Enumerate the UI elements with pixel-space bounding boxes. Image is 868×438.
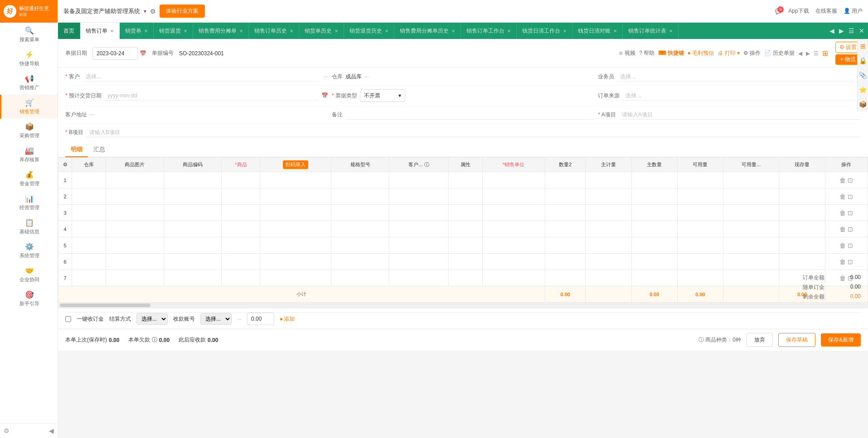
- col-settings[interactable]: ⚙: [58, 158, 72, 172]
- row-unit[interactable]: [482, 205, 545, 221]
- nav-prev-icon[interactable]: ◀: [798, 50, 802, 57]
- row-warehouse[interactable]: [72, 205, 106, 221]
- invoice-select[interactable]: 不开票 ▾: [360, 89, 405, 102]
- add-payment-link[interactable]: ● 添加: [280, 315, 295, 323]
- row-qty2[interactable]: [545, 188, 586, 205]
- tab-close-icon[interactable]: ✕: [669, 29, 673, 34]
- row-available2[interactable]: [723, 172, 779, 188]
- sidebar-item-system[interactable]: ⚙️ 系统管理: [0, 239, 58, 263]
- row-main-unit[interactable]: [586, 188, 631, 205]
- sidebar-item-finance[interactable]: 💰 资金管理: [0, 167, 58, 191]
- row-warehouse[interactable]: [72, 188, 106, 205]
- row-image[interactable]: [106, 172, 164, 188]
- row-customer-code[interactable]: [389, 205, 449, 221]
- tab-sales-order[interactable]: 销售订单 ✕: [80, 23, 120, 39]
- settings-bottom-icon[interactable]: ⚙: [4, 427, 10, 434]
- row-code[interactable]: [164, 188, 222, 205]
- online-service[interactable]: 在线客服: [815, 7, 837, 15]
- tab-stats[interactable]: 销售订单统计表 ✕: [623, 23, 679, 39]
- row-available2[interactable]: [723, 205, 779, 221]
- tab-order-history[interactable]: 销售订单历史 ✕: [249, 23, 299, 39]
- row-delete-btn[interactable]: 🗑: [839, 209, 846, 217]
- sidebar-item-quicknav[interactable]: ⚡ 快捷导航: [0, 47, 58, 71]
- row-product[interactable]: [222, 188, 260, 205]
- shortcut-btn[interactable]: ⌨ 快捷键: [658, 49, 684, 57]
- section-tab-detail[interactable]: 明细: [65, 143, 88, 157]
- row-copy-btn[interactable]: ⊡: [848, 258, 853, 265]
- customer-input[interactable]: [82, 72, 321, 82]
- payment-method-select[interactable]: 选择...: [136, 313, 168, 325]
- date-input[interactable]: [92, 47, 138, 60]
- tab-order-workbench[interactable]: 销售订单工作台 ✕: [461, 23, 517, 39]
- tab-close-icon[interactable]: ✕: [290, 29, 293, 34]
- row-spec[interactable]: [331, 205, 389, 221]
- sidebar-item-purchase[interactable]: 📦 采购管理: [0, 119, 58, 143]
- sidebar-item-basic[interactable]: 📋 基础信息: [0, 215, 58, 239]
- row-attribute[interactable]: [448, 172, 482, 188]
- view-btn[interactable]: ⊙ 视频: [619, 49, 635, 57]
- row-warehouse[interactable]: [72, 172, 106, 188]
- row-product[interactable]: [222, 172, 260, 188]
- row-delete-btn[interactable]: 🗑: [839, 258, 846, 265]
- help-btn[interactable]: ? 帮助: [639, 49, 655, 57]
- row-available[interactable]: [677, 188, 723, 205]
- right-panel-icon-4[interactable]: ⭐: [857, 84, 868, 95]
- topbar-settings-icon[interactable]: ⚙: [150, 8, 156, 15]
- row-current[interactable]: [779, 188, 825, 205]
- a-project-input[interactable]: [619, 110, 861, 120]
- tab-close-icon[interactable]: ✕: [563, 29, 567, 34]
- tab-expense[interactable]: 销售费用分摊单 ✕: [193, 23, 249, 39]
- row-delete-btn[interactable]: 🗑: [839, 226, 846, 233]
- calendar-icon[interactable]: 📅: [140, 50, 146, 57]
- row-delete-btn[interactable]: 🗑: [839, 242, 846, 249]
- row-image[interactable]: [106, 188, 164, 205]
- tab-daily-workbench[interactable]: 钱货日清工作台 ✕: [517, 23, 572, 39]
- tab-close-icon[interactable]: ✕: [335, 29, 338, 34]
- system-dropdown-icon[interactable]: ▾: [144, 8, 146, 14]
- tab-close-icon[interactable]: ✕: [184, 29, 187, 34]
- tab-prev-btn[interactable]: ◀: [828, 27, 836, 34]
- row-current[interactable]: [779, 172, 825, 188]
- print-btn[interactable]: 🖨 打印 ▾: [718, 49, 740, 57]
- row-main-unit[interactable]: [586, 172, 631, 188]
- scan-btn[interactable]: 扫码录入: [283, 160, 308, 169]
- one-click-checkbox[interactable]: [65, 316, 71, 322]
- customer-expand-icon[interactable]: ···: [324, 73, 328, 80]
- row-delete-btn[interactable]: 🗑: [839, 177, 846, 184]
- account-select[interactable]: 选择...: [200, 313, 232, 325]
- solution-button[interactable]: 体验行业方案: [160, 5, 205, 18]
- tab-close-icon[interactable]: ✕: [613, 29, 617, 34]
- row-attribute[interactable]: [448, 188, 482, 205]
- account-expand-icon[interactable]: ···: [237, 316, 242, 322]
- row-spec[interactable]: [331, 188, 389, 205]
- tab-close-icon[interactable]: ✕: [239, 29, 243, 34]
- row-warehouse[interactable]: [72, 221, 106, 237]
- row-qty2[interactable]: [545, 172, 586, 188]
- save-new-button[interactable]: 保存&新增: [821, 333, 861, 347]
- right-panel-icon-1[interactable]: ⊞: [858, 41, 868, 52]
- app-download[interactable]: App下载: [788, 7, 809, 15]
- row-qty2[interactable]: [545, 205, 586, 221]
- row-product[interactable]: [222, 205, 260, 221]
- row-main-unit[interactable]: [586, 205, 631, 221]
- row-copy-btn[interactable]: ⊡: [848, 193, 853, 200]
- history-btn[interactable]: 📄 历史单据: [764, 49, 794, 57]
- tab-close-icon[interactable]: ✕: [144, 29, 148, 34]
- right-panel-icon-3[interactable]: 📎: [857, 70, 868, 81]
- tab-close-icon[interactable]: ✕: [451, 29, 455, 34]
- row-copy-btn[interactable]: ⊡: [848, 209, 853, 217]
- order-source-input[interactable]: [622, 91, 855, 101]
- tab-return-history[interactable]: 销货退货历史 ✕: [344, 23, 394, 39]
- tab-expense-history[interactable]: 销售费用分摊单历史 ✕: [394, 23, 461, 39]
- tab-home[interactable]: 首页: [58, 23, 80, 39]
- salesperson-input[interactable]: [617, 72, 853, 82]
- sidebar-item-inventory[interactable]: 🏭 库存核算: [0, 143, 58, 167]
- sidebar-item-marketing[interactable]: 📢 营销推广: [0, 71, 58, 95]
- sidebar-item-guide[interactable]: 🎯 新手引导: [0, 287, 58, 311]
- right-panel-icon-2[interactable]: 🔒: [857, 55, 868, 66]
- tab-menu-btn[interactable]: ☰: [847, 27, 856, 34]
- tab-close-icon[interactable]: ✕: [110, 29, 114, 34]
- row-available2[interactable]: [723, 188, 779, 205]
- warehouse-expand-icon[interactable]: ···: [364, 73, 369, 80]
- row-copy-btn[interactable]: ⊡: [848, 242, 853, 249]
